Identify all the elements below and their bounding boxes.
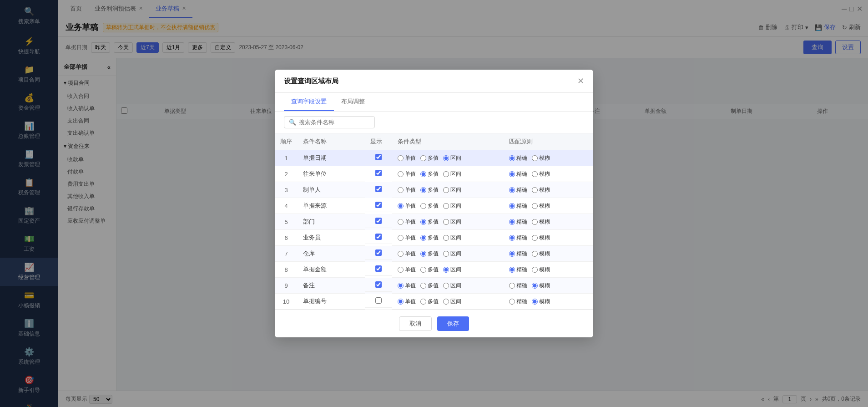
match-radio-7-0[interactable]	[509, 251, 515, 257]
match-radio-7-1[interactable]	[532, 251, 538, 257]
match-radio-2-0[interactable]	[509, 171, 515, 177]
type-radio-label-8-2[interactable]: 区间	[443, 266, 461, 274]
show-checkbox-10[interactable]	[375, 297, 382, 304]
type-radio-4-0[interactable]	[398, 203, 404, 209]
show-checkbox-4[interactable]	[375, 202, 382, 208]
type-radio-4-2[interactable]	[443, 203, 449, 209]
type-radio-label-7-1[interactable]: 多值	[420, 250, 439, 258]
type-radio-7-0[interactable]	[398, 251, 404, 257]
type-radio-1-0[interactable]	[398, 155, 404, 161]
modal-cancel-button[interactable]: 取消	[399, 316, 432, 331]
type-radio-label-7-0[interactable]: 单值	[398, 250, 416, 258]
match-radio-label-2-1[interactable]: 模糊	[532, 170, 550, 178]
match-radio-label-9-1[interactable]: 模糊	[532, 282, 550, 290]
match-radio-2-1[interactable]	[532, 171, 538, 177]
match-radio-8-0[interactable]	[509, 267, 515, 273]
type-radio-9-2[interactable]	[443, 283, 449, 289]
type-radio-label-3-1[interactable]: 多值	[420, 186, 439, 194]
type-radio-label-2-0[interactable]: 单值	[398, 170, 416, 178]
match-radio-label-2-0[interactable]: 精确	[509, 170, 527, 178]
type-radio-1-1[interactable]	[420, 155, 426, 161]
match-radio-10-0[interactable]	[509, 299, 515, 305]
match-radio-1-1[interactable]	[532, 155, 538, 161]
match-radio-label-4-1[interactable]: 模糊	[532, 202, 550, 210]
show-checkbox-1[interactable]	[375, 154, 382, 160]
type-radio-8-2[interactable]	[443, 267, 449, 273]
type-radio-9-1[interactable]	[420, 283, 426, 289]
type-radio-2-2[interactable]	[443, 171, 449, 177]
match-radio-label-8-1[interactable]: 模糊	[532, 266, 550, 274]
match-radio-label-5-0[interactable]: 精确	[509, 218, 527, 226]
type-radio-label-4-2[interactable]: 区间	[443, 202, 461, 210]
type-radio-1-2[interactable]	[443, 155, 449, 161]
type-radio-label-5-0[interactable]: 单值	[398, 218, 416, 226]
match-radio-4-1[interactable]	[532, 203, 538, 209]
match-radio-label-3-1[interactable]: 模糊	[532, 186, 550, 194]
show-checkbox-9[interactable]	[375, 281, 382, 288]
type-radio-10-2[interactable]	[443, 299, 449, 305]
type-radio-3-1[interactable]	[420, 187, 426, 193]
match-radio-3-1[interactable]	[532, 187, 538, 193]
type-radio-label-6-1[interactable]: 多值	[420, 234, 439, 242]
type-radio-label-10-1[interactable]: 多值	[420, 298, 439, 305]
type-radio-label-8-0[interactable]: 单值	[398, 266, 416, 274]
type-radio-label-6-0[interactable]: 单值	[398, 234, 416, 242]
match-radio-label-9-0[interactable]: 精确	[509, 282, 527, 290]
type-radio-9-0[interactable]	[398, 283, 404, 289]
modal-close-button[interactable]: ✕	[577, 76, 584, 86]
type-radio-8-0[interactable]	[398, 267, 404, 273]
match-radio-9-1[interactable]	[532, 283, 538, 289]
match-radio-label-5-1[interactable]: 模糊	[532, 218, 550, 226]
match-radio-label-1-1[interactable]: 模糊	[532, 154, 550, 162]
modal-tab-layout[interactable]: 布局调整	[334, 93, 372, 111]
type-radio-5-1[interactable]	[420, 219, 426, 225]
type-radio-label-5-2[interactable]: 区间	[443, 218, 461, 226]
type-radio-label-1-1[interactable]: 多值	[420, 154, 439, 162]
show-checkbox-3[interactable]	[375, 186, 382, 192]
match-radio-10-1[interactable]	[532, 299, 538, 305]
type-radio-7-1[interactable]	[420, 251, 426, 257]
type-radio-6-0[interactable]	[398, 235, 404, 241]
match-radio-5-1[interactable]	[532, 219, 538, 225]
match-radio-label-10-0[interactable]: 精确	[509, 298, 527, 305]
type-radio-label-3-0[interactable]: 单值	[398, 186, 416, 194]
type-radio-label-2-1[interactable]: 多值	[420, 170, 439, 178]
type-radio-label-4-1[interactable]: 多值	[420, 202, 439, 210]
match-radio-1-0[interactable]	[509, 155, 515, 161]
modal-tab-query[interactable]: 查询字段设置	[284, 93, 334, 111]
type-radio-label-6-2[interactable]: 区间	[443, 234, 461, 242]
type-radio-label-1-0[interactable]: 单值	[398, 154, 416, 162]
match-radio-label-7-1[interactable]: 模糊	[532, 250, 550, 258]
type-radio-label-3-2[interactable]: 区间	[443, 186, 461, 194]
type-radio-label-7-2[interactable]: 区间	[443, 250, 461, 258]
type-radio-label-8-1[interactable]: 多值	[420, 266, 439, 274]
match-radio-label-1-0[interactable]: 精确	[509, 154, 527, 162]
match-radio-3-0[interactable]	[509, 187, 515, 193]
match-radio-9-0[interactable]	[509, 283, 515, 289]
type-radio-label-10-2[interactable]: 区间	[443, 298, 461, 305]
type-radio-label-5-1[interactable]: 多值	[420, 218, 439, 226]
match-radio-6-0[interactable]	[509, 235, 515, 241]
show-checkbox-2[interactable]	[375, 170, 382, 176]
type-radio-5-0[interactable]	[398, 219, 404, 225]
type-radio-6-2[interactable]	[443, 235, 449, 241]
match-radio-label-3-0[interactable]: 精确	[509, 186, 527, 194]
match-radio-5-0[interactable]	[509, 219, 515, 225]
type-radio-2-0[interactable]	[398, 171, 404, 177]
type-radio-2-1[interactable]	[420, 171, 426, 177]
type-radio-10-1[interactable]	[420, 299, 426, 305]
type-radio-3-2[interactable]	[443, 187, 449, 193]
type-radio-label-9-0[interactable]: 单值	[398, 282, 416, 290]
match-radio-label-8-0[interactable]: 精确	[509, 266, 527, 274]
match-radio-label-4-0[interactable]: 精确	[509, 202, 527, 210]
match-radio-label-6-1[interactable]: 模糊	[532, 234, 550, 242]
match-radio-label-7-0[interactable]: 精确	[509, 250, 527, 258]
type-radio-label-9-1[interactable]: 多值	[420, 282, 439, 290]
type-radio-4-1[interactable]	[420, 203, 426, 209]
match-radio-6-1[interactable]	[532, 235, 538, 241]
show-checkbox-5[interactable]	[375, 218, 382, 224]
match-radio-label-10-1[interactable]: 模糊	[532, 298, 550, 305]
type-radio-label-10-0[interactable]: 单值	[398, 298, 416, 305]
match-radio-label-6-0[interactable]: 精确	[509, 234, 527, 242]
type-radio-3-0[interactable]	[398, 187, 404, 193]
